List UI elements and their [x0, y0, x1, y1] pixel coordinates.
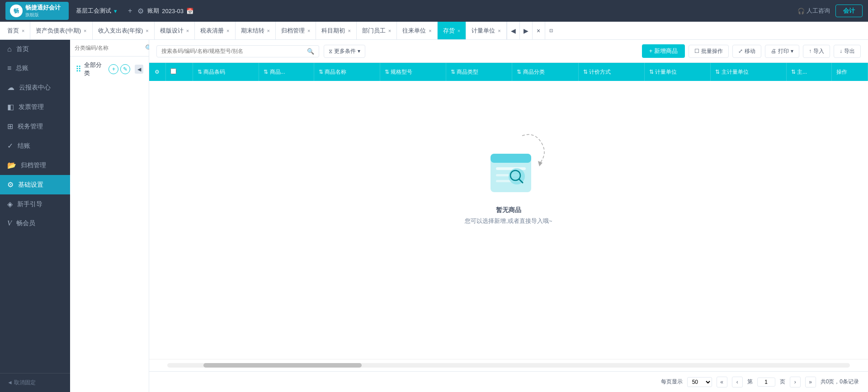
tab-contacts[interactable]: 往来单位 × — [397, 22, 437, 39]
col-category[interactable]: ⇅ 商品分类 — [512, 63, 578, 81]
archive-icon: 📂 — [7, 161, 16, 170]
select-all-checkbox[interactable] — [170, 68, 176, 74]
tab-income[interactable]: 收入支出表(年报) × — [93, 22, 155, 39]
settings-button[interactable]: ⚙ — [137, 7, 144, 15]
sidebar-item-tax[interactable]: ⊞ 税务管理 — [0, 117, 70, 136]
per-page-select[interactable]: 50 100 200 — [687, 377, 712, 387]
category-all-item[interactable]: ⠿ 全部分类 + ✎ ◀ — [70, 57, 149, 82]
invoice-icon: ◧ — [7, 103, 14, 111]
sidebar-item-settings[interactable]: ⚙ 基础设置 — [0, 175, 70, 194]
page-number-input[interactable] — [757, 378, 775, 387]
tab-dept[interactable]: 部门员工 × — [357, 22, 397, 39]
tab-subjects-close[interactable]: × — [348, 28, 350, 33]
workspace-selector[interactable]: 基层工会测试 ▾ — [72, 7, 121, 15]
table-area: 🔍 ⧖ 更多条件 ▾ + 新增商品 ☐ 批量操作 ⤢ — [149, 40, 868, 392]
tab-contacts-close[interactable]: × — [429, 28, 431, 33]
col-code[interactable]: ⇅ 商品... — [259, 63, 314, 81]
period-label: 账期 — [147, 7, 159, 15]
add-product-button[interactable]: + 新增商品 — [642, 44, 685, 58]
empty-illustration — [463, 127, 554, 199]
prev-page-button[interactable]: ‹ — [732, 377, 743, 387]
move-button[interactable]: ⤢ 移动 — [732, 45, 761, 58]
export-button[interactable]: ↓ 导出 — [834, 45, 861, 58]
sidebar-item-closing[interactable]: ✓ 结账 — [0, 136, 70, 156]
content-area: 🔍 ⠿ 全部分类 + ✎ ◀ 🔍 — [70, 40, 868, 392]
sidebar-collapse-button[interactable]: ◄ 取消固定 — [0, 373, 70, 392]
tab-nav-prev[interactable]: ◀ — [507, 22, 519, 39]
col-name[interactable]: ⇅ 商品名称 — [314, 63, 380, 81]
tab-template-close[interactable]: × — [186, 28, 189, 33]
tab-inventory-label: 存货 — [443, 27, 455, 35]
tab-archive-close[interactable]: × — [307, 28, 310, 33]
tab-balance-close[interactable]: × — [84, 28, 86, 33]
tab-subjects[interactable]: 科目期初 × — [316, 22, 356, 39]
col-main-unit[interactable]: ⇅ 主计量单位 — [711, 63, 787, 81]
batch-button[interactable]: ☐ 批量操作 — [689, 45, 729, 58]
product-search-bar: 🔍 — [156, 45, 319, 57]
tab-close-all[interactable]: × — [532, 22, 545, 39]
calendar-icon[interactable]: 📅 — [186, 8, 193, 14]
tab-income-close[interactable]: × — [146, 28, 148, 33]
help-button[interactable]: 🎧 人工咨询 — [797, 7, 830, 15]
tab-unit-label: 计量单位 — [472, 27, 495, 35]
account-button[interactable]: 会计 — [835, 5, 863, 17]
tab-expand[interactable]: ⊡ — [545, 22, 557, 39]
first-page-button[interactable]: « — [717, 377, 727, 387]
tab-template[interactable]: 模版设计 × — [155, 22, 195, 39]
sidebar-item-guide[interactable]: ◈ 新手引导 — [0, 194, 70, 214]
col-pricing[interactable]: ⇅ 计价方式 — [578, 63, 644, 81]
import-button[interactable]: ↑ 导入 — [803, 45, 830, 58]
category-add-button[interactable]: + — [108, 64, 118, 74]
product-search-input[interactable] — [161, 48, 304, 54]
tab-template-label: 模版设计 — [160, 27, 184, 35]
toolbar-right: + 新增商品 ☐ 批量操作 ⤢ 移动 🖨 打印 ▾ — [642, 44, 861, 58]
tab-tax-close[interactable]: × — [226, 28, 229, 33]
tab-period-end[interactable]: 期末结转 × — [236, 22, 276, 39]
col-spec[interactable]: ⇅ 规格型号 — [380, 63, 446, 81]
sidebar-item-archive-label: 归档管理 — [21, 161, 46, 170]
tab-balance[interactable]: 资产负债表(中期) × — [30, 22, 92, 39]
sidebar-item-ledger[interactable]: ≡ 总账 — [0, 59, 70, 78]
grid-icon: ⠿ — [75, 64, 81, 74]
main-layout: ⌂ 首页 ≡ 总账 ☁ 云报表中心 ◧ 发票管理 ⊞ 税务管理 ✓ 结账 📂 归… — [0, 40, 868, 392]
next-page-button[interactable]: › — [790, 377, 801, 387]
tab-home[interactable]: 首页 × — [2, 22, 30, 39]
tab-period-end-close[interactable]: × — [267, 28, 270, 33]
category-collapse-button[interactable]: ◀ — [135, 65, 143, 74]
tab-tax[interactable]: 税表清册 × — [195, 22, 235, 39]
col-checkbox[interactable] — [165, 63, 193, 81]
filter-icon: ⧖ — [329, 48, 332, 54]
category-search-input[interactable] — [75, 45, 142, 51]
scroll-thumb[interactable] — [203, 363, 362, 368]
category-edit-button[interactable]: ✎ — [120, 64, 130, 74]
workspace-name: 基层工会测试 — [76, 7, 111, 15]
tab-unit-close[interactable]: × — [498, 28, 500, 33]
col-unit[interactable]: ⇅ 计量单位 — [644, 63, 710, 81]
tab-inventory-close[interactable]: × — [458, 28, 460, 33]
tab-home-close[interactable]: × — [22, 28, 24, 33]
more-filter-button[interactable]: ⧖ 更多条件 ▾ — [324, 45, 365, 58]
sidebar-item-home[interactable]: ⌂ 首页 — [0, 40, 70, 59]
tab-inventory[interactable]: 存货 × — [438, 22, 466, 39]
tab-dept-close[interactable]: × — [388, 28, 391, 33]
col-settings[interactable]: ⚙ — [149, 63, 165, 81]
sidebar-item-reports[interactable]: ☁ 云报表中心 — [0, 78, 70, 97]
col-type[interactable]: ⇅ 商品类型 — [446, 63, 512, 81]
last-page-button[interactable]: » — [805, 377, 816, 387]
sidebar-item-vip[interactable]: V 畅会员 — [0, 214, 70, 233]
tab-archive-label: 归档管理 — [281, 27, 305, 35]
cloud-icon: ☁ — [7, 83, 14, 92]
scroll-area[interactable] — [149, 359, 868, 371]
col-extra[interactable]: ⇅ 主... — [786, 63, 831, 81]
search-icon[interactable]: 🔍 — [307, 48, 314, 55]
col-barcode[interactable]: ⇅ 商品条码 — [193, 63, 259, 81]
tab-nav-next[interactable]: ▶ — [519, 22, 532, 39]
more-filter-chevron: ▾ — [358, 48, 360, 54]
print-button[interactable]: 🖨 打印 ▾ — [765, 45, 799, 58]
tab-archive[interactable]: 归档管理 × — [276, 22, 316, 39]
sidebar-item-archive[interactable]: 📂 归档管理 — [0, 156, 70, 175]
sidebar-item-invoices[interactable]: ◧ 发票管理 — [0, 97, 70, 117]
sidebar-item-reports-label: 云报表中心 — [19, 84, 51, 92]
add-workspace-button[interactable]: + — [128, 7, 132, 15]
tab-unit[interactable]: 计量单位 × — [466, 22, 506, 39]
